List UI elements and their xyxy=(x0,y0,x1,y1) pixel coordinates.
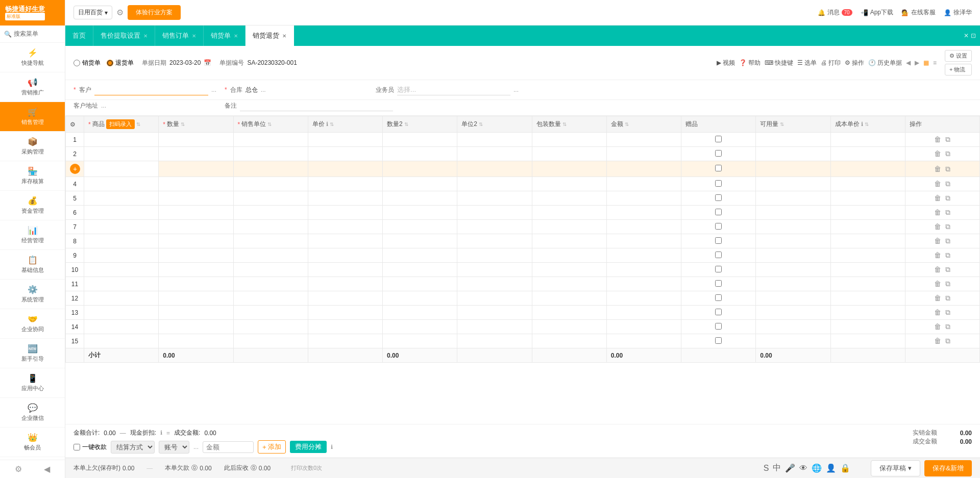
sort-unit-icon[interactable]: ⇅ xyxy=(267,121,272,127)
pack-cell-2[interactable] xyxy=(532,147,606,161)
delete-icon[interactable]: 🗑 xyxy=(934,280,941,288)
grid-view-icon[interactable]: ▦ xyxy=(923,59,929,66)
settings-action-btn[interactable]: ⚙ 设置 xyxy=(945,50,972,62)
gift-checkbox-2[interactable] xyxy=(715,150,722,157)
s-icon-5[interactable]: 🌐 xyxy=(812,463,822,473)
industry-selector[interactable]: 日用百货 ▾ xyxy=(74,6,112,19)
unit-cell-3[interactable] xyxy=(233,161,308,177)
one-click-pay-checkbox[interactable] xyxy=(74,444,80,450)
delete-icon[interactable]: 🗑 xyxy=(934,194,941,203)
sidebar-item-finance[interactable]: 💰 资金管理 xyxy=(0,191,65,220)
add-row-btn[interactable]: + xyxy=(70,164,80,174)
copy-icon[interactable]: ⧉ xyxy=(945,208,950,217)
sort-qty2-icon[interactable]: ⇅ xyxy=(404,121,408,127)
one-click-pay-label[interactable]: 一键收款 xyxy=(74,443,107,451)
notifications-item[interactable]: 🔔 消息 70 xyxy=(818,8,852,17)
toolbar-shortcut-btn[interactable]: ⌨ 快捷键 xyxy=(765,59,793,67)
sort-available-icon[interactable]: ⇅ xyxy=(780,121,784,127)
scan-input-btn[interactable]: 扫码录入 xyxy=(106,119,135,129)
sidebar-item-inventory[interactable]: 🏪 库存核算 xyxy=(0,161,65,191)
fee-split-btn[interactable]: 费用分摊 xyxy=(290,441,327,453)
s-icon-3[interactable]: 🎤 xyxy=(785,463,795,473)
s-icon-1[interactable]: S xyxy=(764,464,769,473)
calendar-icon[interactable]: 📅 xyxy=(204,59,211,66)
address-dots[interactable]: ... xyxy=(101,102,106,109)
qty2-cell-3[interactable] xyxy=(383,161,457,177)
radio-return-input[interactable] xyxy=(107,60,113,66)
sidebar-item-operations[interactable]: 📊 经营管理 xyxy=(0,220,65,250)
expand-tab-icon[interactable]: ⊡ xyxy=(971,32,976,39)
toolbar-video-btn[interactable]: ▶ 视频 xyxy=(717,59,735,67)
radio-return[interactable]: 退货单 xyxy=(107,59,134,67)
sort-price-icon[interactable]: ⇅ xyxy=(330,121,334,127)
unit2-cell-1[interactable] xyxy=(457,133,532,147)
unit2-cell-2[interactable] xyxy=(457,147,532,161)
delete-row-1-icon[interactable]: 🗑 xyxy=(934,135,941,144)
pack-cell-1[interactable] xyxy=(532,133,606,147)
copy-icon[interactable]: ⧉ xyxy=(945,337,950,345)
toolbar-help-btn[interactable]: ❓ 帮助 xyxy=(739,59,761,67)
amount-cell-2[interactable] xyxy=(606,147,681,161)
product-cell-3[interactable] xyxy=(84,161,159,177)
tab-sales-order[interactable]: 销售订单 ✕ xyxy=(155,26,204,46)
online-service-item[interactable]: 💁 在线客服 xyxy=(901,8,936,17)
copy-row-2-icon[interactable]: ⧉ xyxy=(945,149,950,158)
sidebar-item-shortcut[interactable]: ⚡ 快捷导航 xyxy=(0,43,65,72)
staff-dots[interactable]: ... xyxy=(513,86,519,93)
gift-checkbox-1[interactable] xyxy=(715,136,722,142)
copy-icon[interactable]: ⧉ xyxy=(945,322,950,331)
price-cell-2[interactable] xyxy=(308,147,382,161)
payment-amount-input[interactable] xyxy=(203,441,254,453)
sidebar-item-wechat[interactable]: 💬 企业微信 xyxy=(0,398,65,427)
toolbar-print-btn[interactable]: 🖨 打印 xyxy=(821,59,841,67)
s-icon-2[interactable]: 中 xyxy=(773,463,781,473)
copy-icon[interactable]: ⧉ xyxy=(945,280,950,288)
delete-icon[interactable]: 🗑 xyxy=(934,180,941,188)
price-cell-1[interactable] xyxy=(308,133,382,147)
gift-cell-2[interactable] xyxy=(681,147,756,161)
delete-row-3-icon[interactable]: 🗑 xyxy=(934,165,941,173)
experience-btn[interactable]: 体验行业方案 xyxy=(128,5,181,20)
tab-sales-return-close[interactable]: ✕ xyxy=(282,33,286,39)
account-select[interactable]: 账号 xyxy=(159,441,189,454)
tab-sales-delivery[interactable]: 销货单 ✕ xyxy=(204,26,246,46)
qty-cell-2[interactable] xyxy=(159,147,233,161)
sidebar-item-system[interactable]: ⚙️ 系统管理 xyxy=(0,280,65,309)
staff-input[interactable] xyxy=(397,84,510,95)
sort-pack-icon[interactable]: ⇅ xyxy=(562,121,567,127)
tab-home[interactable]: 首页 xyxy=(65,26,93,46)
product-input-3[interactable] xyxy=(88,165,154,173)
delete-icon[interactable]: 🗑 xyxy=(934,322,941,331)
settlement-select[interactable]: 结算方式 xyxy=(111,441,155,454)
delete-icon[interactable]: 🗑 xyxy=(934,265,941,274)
next-record-icon[interactable]: ▶ xyxy=(915,59,919,66)
sort-qty-icon[interactable]: ⇅ xyxy=(181,121,185,127)
gift-cell-3[interactable] xyxy=(681,161,756,177)
price-cell-3[interactable] xyxy=(308,161,382,177)
copy-icon[interactable]: ⧉ xyxy=(945,180,950,188)
pack-cell-3[interactable] xyxy=(532,161,606,177)
sidebar-item-member[interactable]: 👑 畅会员 xyxy=(0,427,65,457)
discount-info-icon[interactable]: ℹ xyxy=(160,430,162,436)
delete-icon[interactable]: 🗑 xyxy=(934,308,941,317)
sort-product-icon[interactable]: ⇅ xyxy=(136,121,140,127)
cost-info-icon[interactable]: ℹ xyxy=(861,121,863,128)
copy-icon[interactable]: ⧉ xyxy=(945,251,950,260)
toolbar-select-btn[interactable]: ☰ 选单 xyxy=(797,59,817,67)
delete-icon[interactable]: 🗑 xyxy=(934,222,941,231)
qty2-cell-1[interactable] xyxy=(383,133,457,147)
tab-sales-delivery-close[interactable]: ✕ xyxy=(234,33,238,39)
copy-row-3-icon[interactable]: ⧉ xyxy=(945,165,950,173)
settings-bottom-icon[interactable]: ⚙ xyxy=(15,464,22,474)
sidebar-item-guide[interactable]: 🆕 新手引导 xyxy=(0,339,65,368)
radio-sale[interactable]: 销货单 xyxy=(74,59,101,67)
radio-sale-input[interactable] xyxy=(74,60,80,66)
qty2-cell-2[interactable] xyxy=(383,147,457,161)
toolbar-operate-btn[interactable]: ⚙ 操作 xyxy=(845,59,864,67)
toolbar-history-btn[interactable]: 🕐 历史单据 xyxy=(868,59,902,67)
tab-sales-return[interactable]: 销货退货 ✕ xyxy=(246,26,294,46)
copy-icon[interactable]: ⧉ xyxy=(945,308,950,317)
product-cell-1[interactable] xyxy=(84,133,159,147)
customer-input[interactable] xyxy=(94,84,208,95)
tab-price-settings[interactable]: 售价提取设置 ✕ xyxy=(93,26,155,46)
